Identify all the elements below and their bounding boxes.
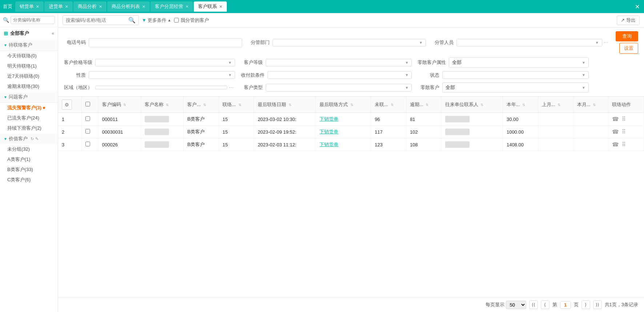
sidebar-all-customers[interactable]: ⊞ 全部客户 « bbox=[0, 27, 58, 40]
th-last-contact-way[interactable]: 最后联络方式 ⇅ bbox=[316, 97, 371, 113]
call-icon[interactable]: ☎ bbox=[612, 141, 619, 148]
th-last-month[interactable]: 上月... ⇅ bbox=[538, 97, 573, 113]
th-unit-contact[interactable]: 往来单位联系人 ⇅ bbox=[441, 97, 503, 113]
table-settings-button[interactable]: ⚙ bbox=[62, 100, 72, 110]
zero-customer-select[interactable]: 全部 ▼ bbox=[442, 82, 589, 93]
per-page-select[interactable]: 50 20 100 bbox=[506, 301, 526, 309]
sidebar-item-churn-warning[interactable]: 流失预警客户(3) bbox=[0, 103, 58, 113]
tab-customer-contact[interactable]: 客户联系 ✕ bbox=[194, 1, 227, 12]
sidebar-item-tomorrow[interactable]: 明天待联络(1) bbox=[0, 61, 58, 71]
sidebar-item-class-b[interactable]: B类客户(33) bbox=[0, 165, 58, 175]
nature-select[interactable]: ▼ bbox=[89, 71, 235, 79]
page-number-input[interactable] bbox=[560, 301, 571, 309]
th-settings[interactable]: ⚙ bbox=[58, 97, 82, 113]
search-input[interactable] bbox=[66, 17, 127, 23]
phone-input[interactable] bbox=[89, 38, 242, 47]
department-select[interactable]: ▼ bbox=[273, 39, 426, 46]
arrow-icon: ▼ bbox=[4, 43, 7, 47]
row-checkbox[interactable] bbox=[85, 142, 90, 146]
customer-type-select[interactable]: ▼ bbox=[266, 84, 412, 92]
settings-button[interactable]: 设置 bbox=[619, 43, 638, 54]
th-name[interactable]: 客户名称 ⇅ bbox=[141, 97, 184, 113]
window-close-button[interactable]: ✕ bbox=[633, 2, 641, 12]
sidebar-item-7days[interactable]: 近7天待联络(0) bbox=[0, 71, 58, 81]
close-tab-sales[interactable]: ✕ bbox=[36, 4, 39, 9]
price-level-select[interactable]: ▼ bbox=[95, 59, 235, 66]
th-last-contact-date[interactable]: 最后联络日期 ⇅ bbox=[254, 97, 316, 113]
prev-page-button[interactable]: ⟨ bbox=[541, 300, 550, 309]
export-button[interactable]: ↗ 导出 bbox=[617, 16, 640, 25]
status-select[interactable]: ▼ bbox=[442, 71, 589, 79]
call-icon[interactable]: ☎ bbox=[612, 129, 619, 135]
th-contact[interactable]: 联络... ⇅ bbox=[219, 97, 254, 113]
row-checkbox[interactable] bbox=[85, 116, 90, 121]
region-select[interactable] bbox=[95, 86, 227, 89]
call-icon[interactable]: ☎ bbox=[612, 116, 619, 122]
my-customers-check[interactable] bbox=[174, 18, 179, 23]
sidebar-item-overdue[interactable]: 逾期未联络(30) bbox=[0, 81, 58, 92]
sidebar-item-today[interactable]: 今天待联络(0) bbox=[0, 51, 58, 61]
last-page-button[interactable]: ⟩⟩ bbox=[593, 300, 602, 309]
th-code[interactable]: 客户编码 ⇅ bbox=[98, 97, 141, 113]
sidebar-risk-group[interactable]: ▼ 问题客户 bbox=[0, 92, 58, 103]
refresh-icon[interactable]: ↻ bbox=[31, 137, 34, 141]
sidebar-item-ungrouped[interactable]: 未分组(32) bbox=[0, 144, 58, 154]
cell-this-month bbox=[573, 126, 608, 138]
search-button[interactable]: 🔍 bbox=[128, 17, 136, 24]
person-more-button[interactable]: ··· bbox=[602, 39, 610, 46]
sidebar-search-input[interactable] bbox=[11, 16, 55, 24]
select-all-checkbox[interactable] bbox=[85, 102, 90, 106]
close-tab-customer-contact[interactable]: ✕ bbox=[219, 4, 222, 9]
cell-checkbox[interactable] bbox=[82, 113, 98, 126]
close-tab-product-analysis-list[interactable]: ✕ bbox=[142, 4, 145, 9]
home-tab[interactable]: 首页 bbox=[3, 3, 12, 10]
close-tab-product-analysis[interactable]: ✕ bbox=[99, 4, 102, 9]
th-this-month[interactable]: 本月... ⇅ bbox=[573, 97, 608, 113]
th-this-year[interactable]: 本年... ⇅ bbox=[503, 97, 538, 113]
cell-checkbox[interactable] bbox=[82, 138, 98, 151]
tab-purchase[interactable]: 进货单 ✕ bbox=[44, 1, 73, 12]
th-checkbox[interactable] bbox=[82, 97, 98, 113]
query-button[interactable]: 查询 bbox=[616, 31, 638, 41]
table-row: 2 00030031 ██████ B类客户 15 2023-02-09 19:… bbox=[58, 126, 644, 138]
sidebar-item-class-c[interactable]: C类客户(6) bbox=[0, 175, 58, 185]
more-conditions-button[interactable]: ▼ 更多条件 ▲ bbox=[142, 17, 171, 24]
row-checkbox[interactable] bbox=[85, 129, 90, 134]
tab-sales[interactable]: 销货单 ✕ bbox=[15, 1, 44, 12]
sidebar-item-declining[interactable]: 持续下滑客户(2) bbox=[0, 123, 58, 133]
person-select[interactable]: ▼ bbox=[456, 39, 602, 46]
filter-bar: 🔍 ▼ 更多条件 ▲ 我分管的客户 ↗ 导出 bbox=[58, 13, 644, 28]
my-customers-checkbox[interactable]: 我分管的客户 bbox=[174, 17, 209, 24]
content-area: 🔍 ▼ 更多条件 ▲ 我分管的客户 ↗ 导出 电话号码 bbox=[58, 13, 644, 312]
sidebar-value-group[interactable]: ▼ 价值客户 ↻ ✎ bbox=[0, 133, 58, 144]
sidebar-pending-group[interactable]: ▼ 待联络客户 bbox=[0, 40, 58, 51]
edit-icon[interactable]: ✎ bbox=[35, 137, 39, 141]
more-action-icon[interactable]: ⠿ bbox=[622, 141, 626, 148]
table-row: 3 000026 ██████ B类客户 15 2023-02-03 11:12… bbox=[58, 138, 644, 151]
cell-checkbox[interactable] bbox=[82, 126, 98, 138]
next-page-button[interactable]: ⟩ bbox=[581, 300, 590, 309]
payment-select[interactable]: ▼ bbox=[267, 71, 412, 79]
contact-way-link[interactable]: 下销货单 bbox=[319, 129, 338, 134]
close-tab-purchase[interactable]: ✕ bbox=[65, 4, 68, 9]
more-action-icon[interactable]: ⠿ bbox=[622, 116, 626, 122]
customer-level-select[interactable]: ▼ bbox=[266, 59, 412, 66]
more-action-icon[interactable]: ⠿ bbox=[622, 129, 626, 135]
contact-way-link[interactable]: 下销货单 bbox=[319, 142, 338, 147]
sort-icon: ⇅ bbox=[203, 103, 206, 107]
tab-product-analysis[interactable]: 商品分析 ✕ bbox=[73, 1, 106, 12]
sidebar-item-churned[interactable]: 已流失客户(24) bbox=[0, 113, 58, 123]
tab-customer-segmentation[interactable]: 客户分层经营 ✕ bbox=[150, 1, 193, 12]
region-more-button[interactable]: ··· bbox=[227, 84, 235, 91]
th-overdue[interactable]: 逾期... ⇅ bbox=[406, 97, 441, 113]
first-page-button[interactable]: ⟨⟨ bbox=[529, 300, 538, 309]
th-not-linked[interactable]: 未联... ⇅ bbox=[371, 97, 406, 113]
zero-attr-select[interactable]: 全部 ▼ bbox=[449, 57, 589, 68]
sort-icon: ⇅ bbox=[350, 103, 353, 107]
filter-row-3: 性质 ▼ 收付款条件 ▼ 状态 ▼ bbox=[64, 71, 638, 79]
sidebar-item-class-a[interactable]: A类客户(1) bbox=[0, 154, 58, 165]
contact-way-link[interactable]: 下销货单 bbox=[319, 116, 338, 122]
close-tab-customer-segmentation[interactable]: ✕ bbox=[185, 4, 189, 9]
th-customer-type[interactable]: 客户... ⇅ bbox=[184, 97, 219, 113]
tab-product-analysis-list[interactable]: 商品分析列表 ✕ bbox=[107, 1, 150, 12]
